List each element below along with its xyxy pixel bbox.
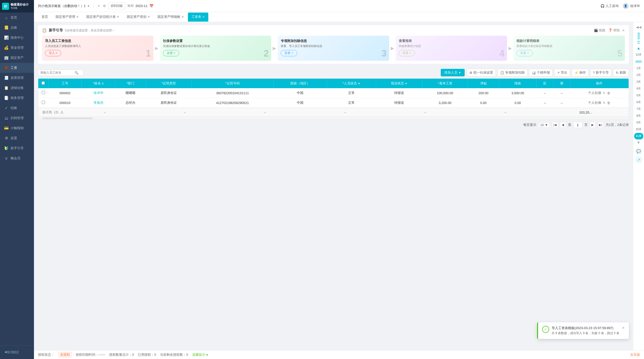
last-page-button[interactable]: ▶| [598, 122, 604, 128]
tab-固定资产明细账[interactable]: 固定资产明细账✕ [154, 13, 187, 22]
row-checkbox-cell[interactable] [38, 98, 48, 108]
month-item-12[interactable]: 12月 [634, 52, 643, 58]
edit-icon[interactable]: ✎ [603, 91, 606, 95]
month-item-4[interactable]: 4月 [634, 85, 643, 92]
expand-panel-icon[interactable]: ◀◀ [636, 25, 641, 29]
sidebar-item-固定资产[interactable]: 🏢固定资产 [0, 53, 34, 63]
cell-id-type: 居民身份证 [146, 98, 191, 108]
sidebar-item-总账[interactable]: 📒总账 [0, 23, 34, 33]
tab-首页[interactable]: 首页 [38, 13, 52, 22]
tab-close-icon[interactable]: ✕ [117, 15, 119, 19]
share-icon[interactable]: ↗ [635, 156, 642, 163]
sidebar-item-畅会员[interactable]: V畅会员 [0, 153, 34, 163]
tab-close-icon[interactable]: ✕ [202, 15, 205, 19]
sidebar-item-结账[interactable]: ✓结账 [0, 103, 34, 113]
month-item-2[interactable]: 2月 [634, 72, 643, 78]
toast-notification: ✓ 导入工资表模板(2023-03-23 15:07:59.897) 共 9 条… [537, 322, 629, 339]
toolbar-action-新手引导[interactable]: ?新手引导 [590, 69, 612, 76]
sidebar-item-工资[interactable]: 💼工资 [0, 63, 34, 73]
prev-page-button[interactable]: ◀ [560, 122, 566, 128]
sidebar-item-报表中心[interactable]: 📊报表中心 [0, 33, 34, 43]
personal-social-insurance-link[interactable]: 个人社保 [588, 100, 601, 105]
feedback-icon[interactable]: 💬 [635, 148, 642, 155]
month-item-9[interactable]: 9月 [634, 119, 643, 126]
settings-icon[interactable]: ⚙ [103, 4, 106, 8]
next-page-button[interactable]: ▶ [590, 122, 596, 128]
year-down-icon[interactable]: ▼ [634, 140, 643, 146]
action-label: 操作 [579, 70, 586, 75]
tab-固定资产管理[interactable]: 固定资产管理✕ [52, 13, 82, 22]
ai-consult-label: 人工咨询 [606, 4, 619, 8]
toolbar-action-操作[interactable]: ⚡操作 [572, 69, 589, 76]
add-account-icon[interactable]: ＋ [97, 3, 101, 9]
sidebar-item-进销台账[interactable]: 📋进销台账 [0, 83, 34, 93]
row-checkbox[interactable] [42, 101, 45, 104]
toast-close-icon[interactable]: ✕ [622, 326, 625, 330]
sidebar-item-资金管理[interactable]: 💰资金管理 [0, 43, 34, 53]
personal-social-insurance-link[interactable]: 个人社保 [588, 91, 601, 95]
delete-icon[interactable]: 🗑 [607, 101, 610, 105]
month-item-8[interactable]: 8月 [634, 113, 643, 119]
switch-version-button[interactable]: 切到旧版 [108, 3, 126, 9]
tab-固定资产折旧统计表[interactable]: 固定资产折旧统计表✕ [83, 13, 123, 22]
horizontal-scrollbar[interactable] [42, 118, 93, 119]
edit-icon[interactable]: ✎ [603, 101, 606, 105]
month-item-7[interactable]: 7月 [634, 106, 643, 112]
month-item-5[interactable]: 5月 [634, 92, 643, 99]
select-all-header[interactable] [38, 79, 48, 88]
step-btn-2[interactable]: 设置 > [163, 50, 179, 56]
employee-name-link[interactable]: 徐泽华 [94, 91, 103, 95]
content-area: 📋 新手引导 5步快速完成设置，快去完善信息吧～ 🎬 视频 ❓ 帮助 ✕ 导入员… [34, 22, 644, 350]
row-checkbox-cell[interactable] [38, 88, 48, 98]
intro-close-btn[interactable]: ✕ [622, 28, 625, 32]
toolbar-action-统一社保设置[interactable]: ⚙统一社保设置 [467, 69, 496, 76]
toolbar-action-专项附加扣除[interactable]: 📋专项附加扣除 [497, 69, 528, 76]
account-selector[interactable]: 刘小艳演示账套（勿删勿动！）1 ▼ [38, 4, 90, 8]
sidebar-item-税务管理[interactable]: 📑税务管理 [0, 93, 34, 103]
month-item-6[interactable]: 6月 [634, 99, 643, 106]
tab-close-icon[interactable]: ✕ [76, 15, 79, 19]
help-link[interactable]: ❓ 帮助 [608, 28, 620, 33]
month-item-1[interactable]: 1月 [634, 65, 643, 72]
tab-工资表[interactable]: 工资表✕ [188, 13, 208, 22]
tab-close-icon[interactable]: ✕ [147, 15, 150, 19]
per-page-select[interactable]: 10 ▼ [538, 122, 550, 128]
toolbar-action-个税申报[interactable]: 📊个税申报 [529, 69, 553, 76]
tab-label: 首页 [42, 15, 48, 19]
select-all-checkbox[interactable] [42, 81, 45, 85]
step-btn-5[interactable]: 查看 > [516, 50, 533, 56]
sidebar-item-首页[interactable]: ⌂首页 [0, 13, 34, 23]
sidebar-item-设置[interactable]: ⚙设置 [0, 133, 34, 143]
first-page-button[interactable]: |◀ [552, 122, 558, 128]
row-checkbox[interactable] [42, 91, 45, 94]
sidebar-item-小畅报销[interactable]: 💳小畅报销 [0, 123, 34, 133]
user-info[interactable]: 👤 徐泽华 [623, 3, 640, 9]
year-up-icon[interactable]: ▲ [634, 45, 643, 51]
video-link[interactable]: 🎬 视频 [594, 28, 606, 33]
sidebar-item-发票管理[interactable]: 🧾发票管理 [0, 73, 34, 83]
add-person-button[interactable]: 添加人员 ▼ [441, 69, 465, 76]
cancel-fixed-btn[interactable]: ◀取消固定 [0, 348, 34, 356]
tab-固定资产类别[interactable]: 固定资产类别✕ [123, 13, 153, 22]
calendar-icon[interactable]: 📅 [149, 4, 153, 8]
count-label: 授权数量总计：0 [109, 352, 134, 357]
month-item-3[interactable]: 3月 [634, 79, 643, 85]
expire-label: 授权到期时间：—— [76, 352, 105, 357]
month-item-11[interactable]: 11月 [634, 133, 643, 139]
employee-name-link[interactable]: 李俊杰 [94, 101, 103, 105]
search-icon[interactable]: 🔍 [74, 71, 78, 75]
month-item-10[interactable]: 10月 [634, 126, 643, 133]
toolbar-action-刷新[interactable]: ↻刷新 [613, 69, 629, 76]
page-number-input[interactable] [573, 122, 582, 128]
ai-consult-btn[interactable]: 🎧 人工咨询 [600, 4, 619, 8]
sidebar-item-归档管理[interactable]: 🗂归档管理 [0, 113, 34, 123]
step-btn-4[interactable]: 查看 > [399, 50, 415, 56]
delete-icon[interactable]: 🗑 [607, 91, 610, 95]
search-input[interactable] [40, 71, 73, 74]
step-btn-1[interactable]: 导入 > [45, 50, 61, 56]
charge-link[interactable]: 去充值 [630, 352, 640, 357]
toolbar-action-导出[interactable]: ↗导出 [554, 69, 570, 76]
step-btn-3[interactable]: 查看 > [281, 50, 297, 56]
sidebar-item-新手引导[interactable]: 🔰新手引导 [0, 143, 34, 153]
tab-close-icon[interactable]: ✕ [181, 15, 184, 19]
